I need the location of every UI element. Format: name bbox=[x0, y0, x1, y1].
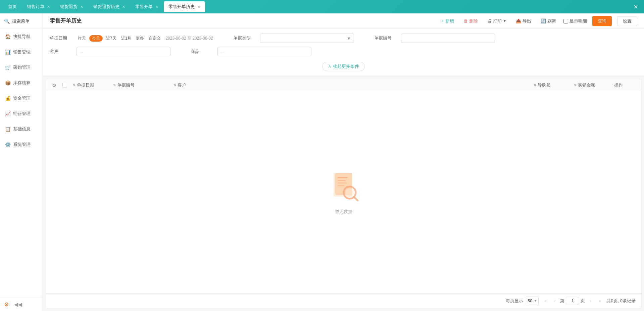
top-nav: 首页 销售订单 ✕ 销货退货 ✕ 销货退货历史 ✕ 零售开单 ✕ 零售开单历史 … bbox=[0, 0, 644, 13]
tab-home[interactable]: 首页 bbox=[3, 1, 21, 12]
export-button[interactable]: 📤 导出 bbox=[514, 17, 533, 25]
print-button[interactable]: 🖨 打印 ▼ bbox=[485, 17, 508, 25]
page-title: 零售开单历史 bbox=[50, 17, 440, 24]
date-custom[interactable]: 自定义 bbox=[147, 35, 162, 42]
prev-page-button[interactable]: ‹ bbox=[551, 297, 559, 305]
sales-icon: 📊 bbox=[5, 49, 10, 55]
sidebar-item-operations-label: 经营管理 bbox=[13, 111, 31, 117]
tab-sales-return-history[interactable]: 销货退货历史 ✕ bbox=[89, 1, 130, 12]
sidebar-item-finance[interactable]: 💰 资金管理 bbox=[0, 91, 43, 106]
settings-gear-icon[interactable]: ⚙ bbox=[4, 301, 9, 308]
first-page-button[interactable]: « bbox=[541, 297, 549, 305]
collapse-button[interactable]: ∧ 收起更多条件 bbox=[322, 62, 365, 71]
col-date-sort-icon[interactable]: ⇅ bbox=[73, 83, 76, 87]
col-guide-sort-icon[interactable]: ⇅ bbox=[534, 83, 536, 87]
last-page-button[interactable]: » bbox=[596, 297, 604, 305]
bill-number-input[interactable] bbox=[401, 34, 495, 43]
home-icon: 🏠 bbox=[5, 34, 10, 39]
col-guide-header: ⇅ 导购员 bbox=[531, 82, 571, 88]
date-7days[interactable]: 近7天 bbox=[105, 35, 118, 42]
date-filter-label: 单据日期 bbox=[50, 35, 70, 41]
sidebar-item-sales-mgmt-label: 销售管理 bbox=[13, 49, 31, 55]
col-number-sort-icon[interactable]: ⇅ bbox=[113, 83, 116, 87]
sidebar-item-sales-mgmt[interactable]: 📊 销售管理 bbox=[0, 44, 43, 60]
col-customer-header: ⇅ 客户 bbox=[171, 82, 531, 88]
display-detail-label-text: 显示明细 bbox=[569, 18, 587, 24]
sidebar-item-purchase-mgmt[interactable]: 🛒 采购管理 bbox=[0, 60, 43, 75]
per-page-dropdown-icon: ▼ bbox=[534, 299, 537, 303]
page-number-input[interactable] bbox=[566, 297, 579, 305]
goods-placeholder: ··· bbox=[220, 49, 224, 54]
toolbar: + 新增 🗑 删除 🖨 打印 ▼ 📤 导出 🔄 bbox=[440, 16, 638, 26]
select-all-checkbox[interactable] bbox=[62, 83, 67, 88]
sidebar-collapse-icon[interactable]: ◀◀ bbox=[14, 301, 22, 308]
table-area: ⚙ ⇅ 单据日期 ⇅ 单据编号 ⇅ 客户 ⇅ bbox=[46, 79, 641, 308]
basic-info-icon: 📋 bbox=[5, 126, 10, 132]
col-date-label: 单据日期 bbox=[77, 82, 94, 88]
sidebar-item-inventory[interactable]: 📦 库存核算 bbox=[0, 75, 43, 91]
sidebar-search-label: 搜索菜单 bbox=[12, 18, 30, 24]
date-1month[interactable]: 近1月 bbox=[120, 35, 133, 42]
main-layout: 🔍 搜索菜单 🏠 快捷导航 📊 销售管理 🛒 采购管理 📦 库存核算 💰 bbox=[0, 13, 644, 311]
date-today[interactable]: 今天 bbox=[89, 35, 103, 42]
sidebar-item-finance-label: 资金管理 bbox=[13, 95, 31, 101]
bill-type-select[interactable]: ▼ bbox=[260, 34, 354, 43]
col-settings-header[interactable]: ⚙ bbox=[49, 83, 59, 88]
empty-icon bbox=[327, 170, 360, 203]
tab-sales-order[interactable]: 销售订单 ✕ bbox=[22, 1, 55, 12]
settings-button[interactable]: 设置 bbox=[617, 16, 637, 26]
filter-collapse-row: ∧ 收起更多条件 bbox=[50, 60, 637, 71]
sidebar-item-basic-info[interactable]: 📋 基础信息 bbox=[0, 121, 43, 137]
add-icon: + bbox=[442, 18, 444, 23]
refresh-button[interactable]: 🔄 刷新 bbox=[539, 17, 558, 25]
search-icon: 🔍 bbox=[4, 18, 9, 24]
sidebar-bottom: ⚙ ◀◀ bbox=[0, 298, 43, 311]
page-header: 零售开单历史 + 新增 🗑 删除 🖨 打印 ▼ 📤 导出 bbox=[43, 13, 644, 29]
svg-rect-2 bbox=[338, 177, 348, 178]
system-icon: ⚙️ bbox=[5, 142, 10, 147]
tab-close-sales-return-history[interactable]: ✕ bbox=[122, 5, 125, 9]
date-yesterday[interactable]: 昨天 bbox=[77, 35, 87, 42]
goods-input[interactable]: ··· bbox=[217, 47, 311, 56]
operations-icon: 📈 bbox=[5, 111, 10, 116]
sidebar-menu: 🏠 快捷导航 📊 销售管理 🛒 采购管理 📦 库存核算 💰 资金管理 📈 bbox=[0, 29, 43, 298]
query-button[interactable]: 查询 bbox=[592, 16, 612, 26]
per-page-value: 50 bbox=[528, 298, 532, 303]
tab-close-sales-return[interactable]: ✕ bbox=[80, 5, 83, 9]
per-page-select[interactable]: 50 ▼ bbox=[526, 297, 539, 305]
delete-button[interactable]: 🗑 删除 bbox=[461, 17, 480, 25]
customer-input[interactable]: ··· bbox=[77, 47, 170, 56]
next-page-button[interactable]: › bbox=[586, 297, 594, 305]
sidebar-item-purchase-mgmt-label: 采购管理 bbox=[13, 64, 31, 70]
sidebar-item-system[interactable]: ⚙️ 系统管理 bbox=[0, 137, 43, 152]
tab-close-sales-order[interactable]: ✕ bbox=[47, 5, 50, 9]
col-guide-label: 导购员 bbox=[538, 82, 551, 88]
page-unit: 页 bbox=[581, 298, 585, 304]
col-action-label: 操作 bbox=[614, 82, 623, 88]
sidebar-search[interactable]: 🔍 搜索菜单 bbox=[0, 13, 43, 29]
per-page-label: 每页显示 bbox=[506, 298, 523, 304]
window-close-button[interactable]: ✕ bbox=[631, 2, 641, 11]
pagination: 每页显示 50 ▼ « ‹ 第 页 › » 共0页, 0条记录 bbox=[46, 293, 641, 308]
tab-retail-open-history[interactable]: 零售开单历史 ✕ bbox=[164, 1, 205, 12]
display-detail-checkbox[interactable] bbox=[563, 19, 568, 23]
date-range-display: 2023-06-02 至 2023-06-02 bbox=[165, 36, 213, 41]
bill-number-label: 单据编号 bbox=[374, 35, 394, 41]
sidebar-item-operations[interactable]: 📈 经营管理 bbox=[0, 106, 43, 121]
col-customer-sort-icon[interactable]: ⇅ bbox=[174, 83, 176, 87]
display-detail-toggle[interactable]: 显示明细 bbox=[563, 18, 587, 24]
col-date-header: ⇅ 单据日期 bbox=[70, 82, 110, 88]
add-button[interactable]: + 新增 bbox=[440, 17, 456, 25]
tab-close-retail-open[interactable]: ✕ bbox=[155, 5, 158, 9]
tab-retail-open[interactable]: 零售开单 ✕ bbox=[131, 1, 163, 12]
tab-close-retail-open-history[interactable]: ✕ bbox=[197, 5, 200, 9]
sidebar-item-quick-nav[interactable]: 🏠 快捷导航 bbox=[0, 29, 43, 44]
print-icon: 🖨 bbox=[487, 18, 492, 23]
svg-point-7 bbox=[346, 189, 354, 197]
tab-sales-return[interactable]: 销货退货 ✕ bbox=[55, 1, 88, 12]
date-more[interactable]: 更多 bbox=[135, 35, 145, 42]
svg-line-8 bbox=[354, 197, 358, 201]
svg-rect-3 bbox=[338, 180, 346, 181]
col-amount-sort-icon[interactable]: ⇅ bbox=[574, 83, 577, 87]
column-settings-icon[interactable]: ⚙ bbox=[52, 83, 56, 88]
